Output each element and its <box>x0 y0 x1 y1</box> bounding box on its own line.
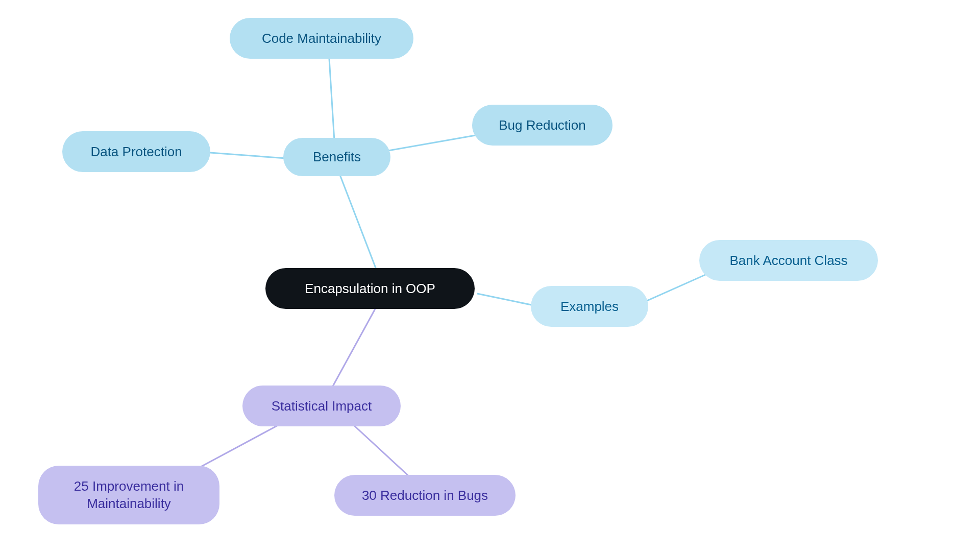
node-label: Encapsulation in OOP <box>305 281 435 297</box>
node-encapsulation-center: Encapsulation in OOP <box>265 268 475 309</box>
node-label: Data Protection <box>90 144 182 160</box>
node-data-protection: Data Protection <box>62 131 210 172</box>
svg-line-5 <box>646 271 715 301</box>
node-benefits: Benefits <box>283 138 390 176</box>
node-improvement-25: 25 Improvement in Maintainability <box>38 466 219 524</box>
node-code-maintainability: Code Maintainability <box>230 18 413 59</box>
node-label: 25 Improvement in Maintainability <box>54 478 204 513</box>
node-label: 30 Reduction in Bugs <box>362 488 488 503</box>
node-label: Code Maintainability <box>262 31 381 46</box>
node-statistical-impact: Statistical Impact <box>242 386 401 426</box>
node-label: Statistical Impact <box>272 398 372 414</box>
node-bug-reduction: Bug Reduction <box>472 105 612 146</box>
node-label: Bug Reduction <box>499 117 586 133</box>
node-reduction-30: 30 Reduction in Bugs <box>334 475 516 516</box>
node-label: Benefits <box>313 149 361 165</box>
node-label: Bank Account Class <box>729 253 847 269</box>
node-examples: Examples <box>531 286 648 327</box>
svg-line-4 <box>477 294 538 306</box>
node-bank-account: Bank Account Class <box>699 240 878 281</box>
svg-line-2 <box>329 59 334 140</box>
node-label: Examples <box>560 299 619 315</box>
svg-line-0 <box>339 174 378 273</box>
svg-line-6 <box>332 309 375 388</box>
